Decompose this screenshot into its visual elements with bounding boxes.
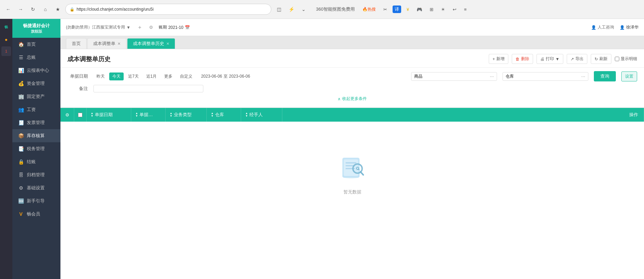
- sidebar-item-assets[interactable]: 🏢 固定资产: [12, 90, 60, 103]
- date-from: 2023-06-06: [201, 74, 222, 79]
- tab-cost-adj-history[interactable]: 成本调整单历史 ✕: [127, 38, 175, 49]
- hot-search-tool[interactable]: 🔥热搜: [360, 5, 378, 14]
- refresh-button[interactable]: ↻ 刷新: [591, 54, 611, 64]
- filter-area: 单据日期 昨天 今天 近7天 近1月 更多 自定义 2023-06-06 至 2…: [60, 68, 644, 108]
- th-settings[interactable]: ⚙: [60, 108, 74, 122]
- lightning-button[interactable]: ⚡: [286, 4, 296, 14]
- date-shortcut-yesterday[interactable]: 昨天: [93, 72, 108, 80]
- tab-cost-adj-history-label: 成本调整单历史: [133, 41, 164, 47]
- sidebar-label-vip: 畅会员: [27, 211, 40, 217]
- sidebar-item-settings[interactable]: ⚙ 基础设置: [12, 181, 60, 194]
- service-icon: 👤: [591, 25, 596, 30]
- dropdown-button[interactable]: ⌄: [299, 4, 308, 14]
- calendar-icon[interactable]: 📅: [185, 25, 190, 30]
- address-bar[interactable]: 🔒 https://cloud.chanjet.com/accounting/u…: [65, 4, 271, 15]
- sidebar-item-close[interactable]: 🔒 结账: [12, 155, 60, 168]
- table-settings-label: 设置: [625, 74, 633, 79]
- grid-tool[interactable]: ⊞: [428, 5, 436, 13]
- collapse-button[interactable]: ∧ 收起更多条件: [338, 96, 367, 102]
- nav-sidebar: 畅捷通好会计 旗舰版 🏠 首页 ☰ 总账 📊 云报表中心 💰 资金管理 🏢 固定…: [12, 19, 60, 279]
- add-account-button[interactable]: +: [136, 24, 144, 31]
- user-avatar-icon: 👤: [620, 25, 625, 30]
- icon-sidebar-item-1[interactable]: ●: [1, 35, 11, 44]
- date-shortcut-today[interactable]: 今天: [109, 72, 124, 80]
- delete-button[interactable]: 🗑 删除: [512, 54, 533, 64]
- app-logo[interactable]: 畅捷通好会计 旗舰版: [12, 19, 60, 38]
- show-cols-checkbox[interactable]: 显示明细: [615, 56, 637, 62]
- print-button[interactable]: 🖨 打印 ▼: [536, 54, 563, 64]
- reload-button[interactable]: ↻: [28, 4, 38, 14]
- game-tool[interactable]: 🎮: [415, 5, 424, 13]
- th-handler[interactable]: ▲▼ 经手人: [241, 108, 282, 122]
- table-settings-button[interactable]: 设置: [621, 71, 637, 81]
- icon-sidebar: 畅 ● 1: [0, 19, 12, 279]
- service-label: 人工咨询: [598, 24, 614, 30]
- goods-filter[interactable]: 商品 ···: [411, 72, 497, 81]
- warehouse-filter-dots: ···: [581, 74, 585, 79]
- account-selector[interactable]: (勿删勿禁用）江西服宝测试专用 ▼: [66, 24, 131, 30]
- date-shortcut-1month[interactable]: 近1月: [143, 72, 160, 80]
- table-header: ⚙ ▲▼ 单据日期 ▲▼ 单据… ▲▼ 业务类型: [60, 108, 644, 122]
- forward-button[interactable]: →: [16, 4, 25, 14]
- settings-gear-icon[interactable]: ⚙: [149, 25, 153, 30]
- sidebar-item-archive[interactable]: 🗄 归档管理: [12, 168, 60, 181]
- sidebar-item-payroll[interactable]: 👥 工资: [12, 103, 60, 116]
- query-button[interactable]: 查询: [594, 71, 616, 81]
- tab-cost-adj[interactable]: 成本调整单 ✕: [87, 38, 126, 49]
- undo-tool[interactable]: ↩: [451, 5, 459, 13]
- icon-sidebar-item-2[interactable]: 1: [1, 46, 11, 56]
- show-cols-input[interactable]: [615, 57, 619, 61]
- close-period-icon: 🔒: [18, 159, 24, 165]
- sidebar-item-vip[interactable]: V 畅会员: [12, 208, 60, 221]
- sidebar-label-assets: 固定资产: [27, 93, 45, 100]
- th-checkbox[interactable]: [74, 108, 87, 122]
- remark-input[interactable]: [93, 85, 203, 92]
- sidebar-item-home[interactable]: 🏠 首页: [12, 38, 60, 51]
- th-docnum[interactable]: ▲▼ 单据…: [131, 108, 166, 122]
- bookmark-button[interactable]: ★: [53, 4, 63, 14]
- tab-cost-adj-history-close[interactable]: ✕: [166, 42, 169, 46]
- th-biztype[interactable]: ▲▼ 业务类型: [166, 108, 207, 122]
- service-button[interactable]: 👤 人工咨询: [591, 24, 614, 30]
- home-button[interactable]: ⌂: [41, 4, 50, 14]
- date-shortcut-more[interactable]: 更多: [161, 72, 176, 80]
- smart-cutout-tool[interactable]: 360智能抠图免费用: [314, 5, 357, 14]
- browser-chrome: ← → ↻ ⌂ ★ 🔒 https://cloud.chanjet.com/ac…: [0, 0, 644, 19]
- display-tool[interactable]: ☀: [439, 5, 447, 13]
- sidebar-item-invoice[interactable]: 🧾 发票管理: [12, 116, 60, 129]
- payment-tool[interactable]: ¥: [405, 5, 411, 13]
- filter-row-2: 备注: [67, 85, 637, 92]
- translate-tool[interactable]: 译: [393, 5, 401, 13]
- icon-sidebar-chanjet[interactable]: 畅: [1, 22, 12, 33]
- collapse-arrow-icon: ∧: [338, 97, 341, 101]
- sidebar-item-guide[interactable]: 🆕 新手引导: [12, 194, 60, 208]
- print-dropdown-icon: ▼: [555, 57, 560, 62]
- export-button[interactable]: ↗ 导出: [567, 54, 587, 64]
- sidebar-item-inventory[interactable]: 📦 库存核算: [12, 129, 60, 142]
- sidebar-item-reports[interactable]: 📊 云报表中心: [12, 64, 60, 77]
- tab-home[interactable]: 首页: [66, 38, 87, 49]
- app-container: 畅 ● 1 畅捷通好会计 旗舰版 🏠 首页 ☰ 总账 📊 云报表中心 💰 资金管…: [0, 19, 644, 279]
- th-warehouse[interactable]: ▲▼ 仓库: [207, 108, 241, 122]
- select-all-checkbox[interactable]: [78, 113, 82, 117]
- new-button[interactable]: + 新增: [489, 54, 508, 64]
- menu-tool[interactable]: ≡: [462, 5, 469, 13]
- new-label: 新增: [496, 56, 505, 62]
- tabs-button[interactable]: ◫: [274, 4, 284, 14]
- sidebar-item-ledger[interactable]: ☰ 总账: [12, 51, 60, 64]
- back-button[interactable]: ←: [3, 4, 13, 14]
- scissors-tool[interactable]: ✂: [381, 5, 389, 13]
- ledger-icon: ☰: [18, 55, 24, 60]
- sidebar-item-finance[interactable]: 💰 资金管理: [12, 77, 60, 90]
- date-shortcut-7days[interactable]: 近7天: [125, 72, 142, 80]
- warehouse-filter[interactable]: 仓库 ···: [502, 72, 588, 81]
- svg-rect-3: [346, 162, 357, 163]
- th-date[interactable]: ▲▼ 单据日期: [87, 108, 131, 122]
- svg-rect-4: [346, 165, 354, 166]
- user-info[interactable]: 👤 徐泽华: [620, 24, 639, 30]
- sidebar-item-tax[interactable]: 📑 税务管理: [12, 142, 60, 155]
- sidebar-label-invoice: 发票管理: [27, 120, 45, 126]
- date-shortcut-custom[interactable]: 自定义: [177, 72, 195, 80]
- collapse-label: 收起更多条件: [342, 96, 367, 102]
- tab-cost-adj-close[interactable]: ✕: [117, 42, 121, 46]
